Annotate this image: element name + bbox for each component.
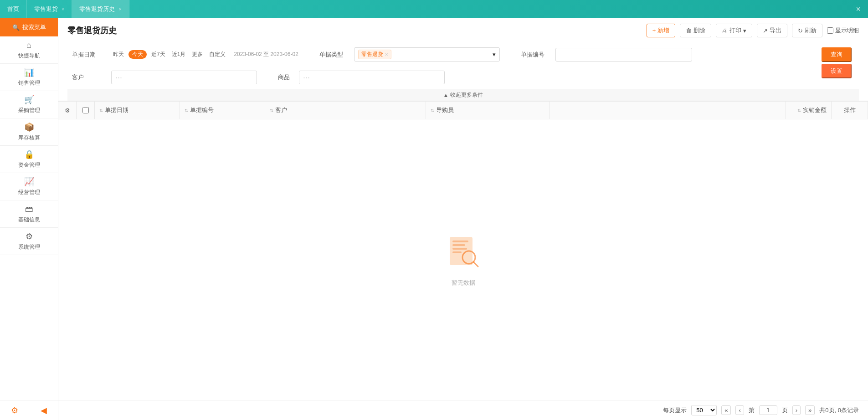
sidebar-settings-icon[interactable]: ⚙ (11, 405, 18, 415)
tab-retail-return-close[interactable]: × (62, 6, 64, 12)
sidebar-item-finance-label: 资金管理 (18, 161, 40, 169)
show-detail-checkbox-label[interactable]: 显示明细 (827, 26, 859, 35)
th-action-label: 操作 (844, 106, 856, 114)
th-action: 操作 (832, 102, 868, 119)
tab-retail-return-label: 零售退货 (34, 5, 58, 13)
sidebar-item-sys-label: 系统管理 (18, 243, 40, 251)
delete-icon: 🗑 (686, 27, 692, 34)
tab-retail-return-history[interactable]: 零售退货历史 × (72, 0, 129, 18)
tab-list: 首页 零售退货 × 零售退货历史 × (0, 0, 856, 18)
search-icon: 🔍 (12, 24, 20, 31)
inventory-icon: 📦 (24, 122, 34, 132)
print-chevron-icon: ▾ (743, 27, 746, 34)
th-checkbox[interactable] (77, 102, 95, 119)
show-detail-label-text: 显示明细 (835, 26, 859, 35)
page-num-input[interactable] (759, 405, 777, 415)
tab-retail-return[interactable]: 零售退货 × (27, 0, 72, 18)
sidebar-item-inventory[interactable]: 📦 库存核算 (0, 118, 58, 146)
th-amount[interactable]: ⇅ 实销金额 (786, 102, 832, 119)
refresh-button[interactable]: ↻ 刷新 (792, 24, 822, 37)
empty-text: 暂无数据 (452, 279, 475, 287)
sidebar-item-sys-mgmt[interactable]: ⚙ 系统管理 (0, 228, 58, 255)
th-customer[interactable]: ⇅ 客户 (265, 102, 426, 119)
sidebar-item-operations-label: 经营管理 (18, 189, 40, 196)
date-btn-more[interactable]: 更多 (190, 50, 205, 59)
page-header-top: 零售退货历史 + 新增 🗑 删除 🖨 打印 ▾ ↗ 导出 (67, 24, 859, 37)
date-range-display: 2023-06-02 至 2023-06-02 (234, 51, 298, 58)
operations-icon: 📈 (24, 177, 34, 187)
type-tag-value: 零售退货 (361, 51, 383, 58)
tab-retail-return-history-close[interactable]: × (118, 6, 121, 12)
collapse-bar[interactable]: ▲ 收起更多条件 (67, 89, 859, 101)
sort-icon-customer: ⇅ (270, 108, 273, 113)
tab-home-label: 首页 (7, 5, 19, 13)
quick-nav-icon: ⌂ (26, 41, 31, 50)
th-date[interactable]: ⇅ 单据日期 (95, 102, 180, 119)
table-container: ⚙ ⇅ 单据日期 ⇅ 单据编号 ⇅ 客户 ⇅ (58, 101, 868, 420)
th-guide[interactable]: ⇅ 导购员 (426, 102, 549, 119)
sidebar-item-base-info[interactable]: 🗃 基础信息 (0, 200, 58, 228)
th-no-label: 单据编号 (190, 106, 214, 114)
prev-page-button[interactable]: ‹ (735, 405, 744, 415)
page-title: 零售退货历史 (67, 25, 117, 36)
sidebar-item-purchase-mgmt[interactable]: 🛒 采购管理 (0, 91, 58, 118)
svg-rect-1 (452, 241, 468, 242)
type-tag-remove[interactable]: × (385, 51, 388, 58)
next-page-button[interactable]: › (792, 405, 801, 415)
date-btn-group: 昨天 今天 近7天 近1月 更多 自定义 (111, 50, 227, 59)
page-label: 第 (749, 406, 755, 415)
sidebar-search-label: 搜索菜单 (22, 23, 46, 31)
page-size-label: 每页显示 (663, 406, 687, 415)
export-icon: ↗ (763, 27, 768, 34)
tab-home[interactable]: 首页 (0, 0, 27, 18)
date-btn-today[interactable]: 今天 (128, 50, 147, 59)
sidebar-item-list: ⌂ 快捷导航 📊 销售管理 🛒 采购管理 📦 库存核算 🔒 资金管理 📈 (0, 36, 58, 400)
pagination-bar: 每页显示 10 20 50 100 « ‹ 第 页 › » 共0页, 0条记录 (58, 400, 868, 420)
sidebar-item-operations[interactable]: 📈 经营管理 (0, 173, 58, 200)
sidebar-item-finance[interactable]: 🔒 资金管理 (0, 146, 58, 173)
voucher-input[interactable] (555, 48, 692, 61)
goods-placeholder: ··· (303, 73, 310, 82)
collapse-icon: ▲ (443, 92, 449, 98)
th-guide-label: 导购员 (436, 106, 454, 114)
date-btn-1month[interactable]: 近1月 (170, 50, 188, 59)
sidebar-item-quick-nav-label: 快捷导航 (18, 52, 40, 60)
print-button[interactable]: 🖨 打印 ▾ (716, 24, 752, 37)
collapse-label: 收起更多条件 (450, 91, 483, 99)
sidebar-item-sales-mgmt[interactable]: 📊 销售管理 (0, 64, 58, 91)
filter-date-row: 单据日期 昨天 今天 近7天 近1月 更多 自定义 2023-06-02 至 2… (67, 47, 814, 61)
date-btn-yesterday[interactable]: 昨天 (111, 50, 126, 59)
sidebar-item-quick-nav[interactable]: ⌂ 快捷导航 (0, 36, 58, 64)
query-button[interactable]: 查询 (822, 47, 852, 62)
goods-select[interactable]: ··· (299, 71, 445, 84)
top-bar: 首页 零售退货 × 零售退货历史 × × (0, 0, 868, 18)
date-btn-7days[interactable]: 近7天 (149, 50, 167, 59)
voucher-label: 单据编号 (521, 51, 553, 59)
select-all-checkbox[interactable] (82, 107, 89, 113)
type-select[interactable]: 零售退货 × ▾ (354, 47, 500, 61)
sidebar-search[interactable]: 🔍 搜索菜单 (0, 18, 58, 36)
finance-icon: 🔒 (24, 149, 34, 159)
date-btn-custom[interactable]: 自定义 (207, 50, 227, 59)
new-button[interactable]: + 新增 (647, 24, 675, 37)
th-amount-label: 实销金额 (803, 106, 827, 114)
page-size-select[interactable]: 10 20 50 100 (691, 405, 717, 415)
last-page-button[interactable]: » (805, 405, 815, 415)
th-no[interactable]: ⇅ 单据编号 (180, 102, 265, 119)
sales-mgmt-icon: 📊 (24, 67, 34, 77)
refresh-icon: ↻ (798, 27, 803, 34)
setting-button[interactable]: 设置 (822, 64, 852, 78)
type-tag: 零售退货 × (358, 50, 391, 59)
customer-select[interactable]: ··· (111, 71, 257, 84)
svg-rect-3 (452, 248, 467, 250)
th-customer-label: 客户 (275, 106, 287, 114)
show-detail-checkbox[interactable] (827, 27, 833, 34)
delete-button[interactable]: 🗑 删除 (680, 24, 711, 37)
first-page-button[interactable]: « (721, 405, 731, 415)
th-settings[interactable]: ⚙ (58, 102, 77, 119)
page-suffix: 页 (782, 406, 788, 415)
window-close-icon[interactable]: × (856, 5, 868, 14)
sidebar-item-base-label: 基础信息 (18, 216, 40, 224)
export-button[interactable]: ↗ 导出 (757, 24, 787, 37)
sidebar-collapse-icon[interactable]: ◀ (41, 405, 47, 415)
